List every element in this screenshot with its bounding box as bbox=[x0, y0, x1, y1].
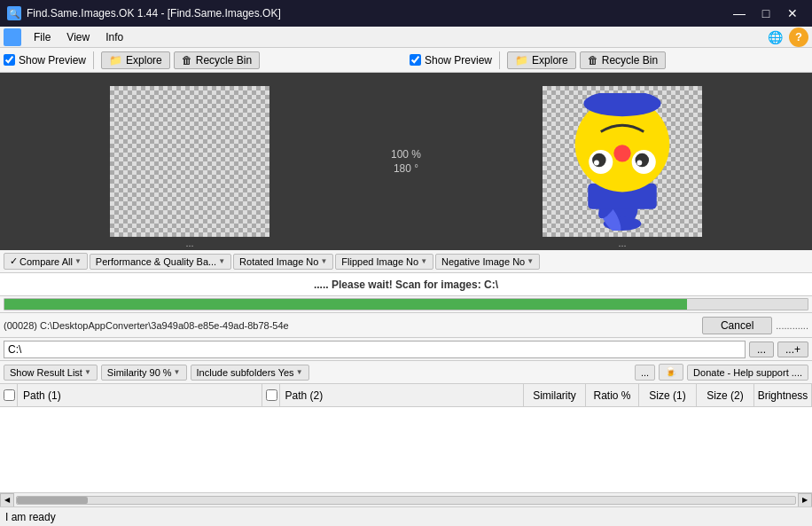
compare-all-check: ✓ bbox=[10, 255, 18, 267]
right-image-container bbox=[543, 86, 702, 237]
toolbar-row: Show Preview 📁 Explore 🗑 Recycle Bin Sho… bbox=[0, 48, 812, 73]
show-preview-right-check[interactable]: Show Preview bbox=[410, 54, 492, 67]
show-result-list-dropdown[interactable]: Show Result List ▼ bbox=[4, 365, 98, 381]
recycle-left-button[interactable]: 🗑 Recycle Bin bbox=[174, 51, 260, 69]
negative-arrow: ▼ bbox=[527, 257, 534, 265]
performance-quality-dropdown[interactable]: Performance & Quality Ba... ▼ bbox=[90, 254, 231, 270]
scroll-left-arrow[interactable]: ◀ bbox=[0, 493, 14, 507]
preview-area: ... 100 % 180 ° bbox=[0, 73, 812, 250]
rotated-image-dropdown[interactable]: Rotated Image No ▼ bbox=[233, 254, 333, 270]
title-bar-text: Find.Same.Images.OK 1.44 - [Find.Same.Im… bbox=[27, 7, 281, 20]
similarity-dropdown[interactable]: Similarity 90 % ▼ bbox=[101, 365, 187, 381]
table-header: Path (1) Path (2) Similarity Ratio % Siz… bbox=[0, 384, 812, 407]
include-subfolders-dropdown[interactable]: Include subfolders Yes ▼ bbox=[191, 365, 309, 381]
compare-all-dropdown[interactable]: ✓ Compare All ▼ bbox=[4, 253, 88, 270]
th-size1: Size (1) bbox=[639, 384, 697, 406]
show-preview-right-checkbox[interactable] bbox=[410, 54, 421, 66]
th-path2: Path (2) bbox=[280, 384, 525, 406]
donate-button[interactable]: Donate - Help support .... bbox=[687, 365, 808, 381]
path-browse-button[interactable]: ... bbox=[749, 342, 774, 357]
show-preview-left-checkbox[interactable] bbox=[4, 54, 15, 66]
th-checkbox-1 bbox=[0, 384, 18, 406]
left-preview-panel: ... bbox=[0, 73, 379, 250]
subfolders-arrow: ▼ bbox=[296, 368, 303, 376]
negative-image-dropdown[interactable]: Negative Image No ▼ bbox=[435, 254, 540, 270]
close-button[interactable]: ✕ bbox=[780, 4, 805, 23]
th-path1: Path (1) bbox=[18, 384, 262, 406]
folder-icon: 📁 bbox=[109, 54, 122, 67]
show-preview-left-label: Show Preview bbox=[19, 54, 86, 67]
main-container: Show Preview 📁 Explore 🗑 Recycle Bin Sho… bbox=[0, 48, 812, 526]
toolbar-divider-1 bbox=[93, 51, 94, 69]
menu-info[interactable]: Info bbox=[98, 29, 130, 45]
help-icon-btn[interactable]: ? bbox=[789, 27, 808, 47]
zoom-label: 100 % bbox=[391, 148, 421, 161]
cancel-row: (00028) C:\DesktopAppConverter\3a949a08-… bbox=[0, 313, 812, 338]
title-bar-controls: — □ ✕ bbox=[727, 4, 805, 23]
recycle-icon-left: 🗑 bbox=[182, 54, 192, 67]
h-scroll-track bbox=[16, 496, 796, 505]
scroll-row: ◀ ▶ bbox=[0, 492, 812, 506]
progress-row bbox=[0, 296, 812, 313]
h-scrollbar[interactable] bbox=[14, 493, 798, 507]
menu-bar-left: File View Info bbox=[4, 28, 130, 46]
ready-status: I am ready bbox=[5, 511, 56, 523]
rotated-arrow: ▼ bbox=[320, 257, 327, 265]
toolbar-divider-2 bbox=[499, 51, 500, 69]
path-input[interactable] bbox=[4, 341, 746, 358]
rotation-label: 180 ° bbox=[394, 162, 418, 175]
th-brightness: Brightness bbox=[754, 384, 812, 406]
status-message: ..... Please wait! Scan for images: C:\ bbox=[0, 273, 812, 296]
th-similarity: Similarity bbox=[524, 384, 586, 406]
menu-file[interactable]: File bbox=[27, 29, 58, 45]
checkerboard-left bbox=[110, 86, 269, 237]
right-preview-dots: ... bbox=[618, 238, 626, 248]
minimize-button[interactable]: — bbox=[727, 4, 752, 23]
th-size2: Size (2) bbox=[697, 384, 754, 406]
cancel-path-text: (00028) C:\DesktopAppConverter\3a949a08-… bbox=[4, 320, 699, 331]
options-row: ✓ Compare All ▼ Performance & Quality Ba… bbox=[0, 250, 812, 273]
toolbar-left: Show Preview 📁 Explore 🗑 Recycle Bin bbox=[4, 51, 402, 69]
flipped-arrow: ▼ bbox=[420, 257, 427, 265]
maximize-button[interactable]: □ bbox=[753, 4, 778, 23]
show-preview-right-label: Show Preview bbox=[425, 54, 492, 67]
recycle-right-button[interactable]: 🗑 Recycle Bin bbox=[580, 51, 666, 69]
table-area: Path (1) Path (2) Similarity Ratio % Siz… bbox=[0, 384, 812, 492]
globe-icon-btn[interactable]: 🌐 bbox=[764, 27, 785, 47]
cancel-dots: ............ bbox=[776, 320, 808, 331]
progress-bar-inner bbox=[4, 299, 687, 310]
status-bottom: I am ready bbox=[0, 506, 812, 526]
menu-bar-right: 🌐 ? bbox=[764, 27, 808, 47]
toolbar-right: Show Preview 📁 Explore 🗑 Recycle Bin bbox=[410, 51, 808, 69]
title-bar-left: 🔍 Find.Same.Images.OK 1.44 - [Find.Same.… bbox=[7, 6, 281, 20]
preview-divider: 100 % 180 ° bbox=[379, 73, 433, 250]
explore-left-button[interactable]: 📁 Explore bbox=[101, 51, 170, 69]
header-checkbox-1[interactable] bbox=[4, 389, 15, 401]
left-preview-dots: ... bbox=[185, 238, 193, 248]
flipped-image-dropdown[interactable]: Flipped Image No ▼ bbox=[335, 254, 433, 270]
menu-bar: File View Info 🌐 ? bbox=[0, 27, 812, 48]
donate-icon-btn[interactable]: 🍺 bbox=[659, 364, 683, 381]
cancel-button[interactable]: Cancel bbox=[702, 317, 772, 334]
th-ratio: Ratio % bbox=[586, 384, 639, 406]
table-body bbox=[0, 407, 812, 492]
show-result-arrow: ▼ bbox=[84, 368, 91, 376]
h-scroll-thumb[interactable] bbox=[17, 497, 88, 504]
app-icon: 🔍 bbox=[7, 6, 21, 20]
right-preview-panel: ... bbox=[433, 73, 812, 250]
menu-view[interactable]: View bbox=[59, 29, 97, 45]
left-image-container bbox=[110, 86, 269, 237]
performance-arrow: ▼ bbox=[218, 257, 225, 265]
app-menu-icon bbox=[4, 28, 21, 46]
title-bar: 🔍 Find.Same.Images.OK 1.44 - [Find.Same.… bbox=[0, 0, 812, 27]
extra-options-1[interactable]: ... bbox=[635, 365, 655, 381]
progress-bar-outer bbox=[4, 298, 808, 310]
svg-point-28 bbox=[583, 93, 660, 116]
path-add-button[interactable]: ...+ bbox=[777, 342, 808, 357]
folder-icon-right: 📁 bbox=[515, 54, 528, 67]
header-checkbox-2[interactable] bbox=[266, 389, 277, 401]
compare-all-arrow: ▼ bbox=[74, 257, 82, 265]
scroll-right-arrow[interactable]: ▶ bbox=[798, 493, 812, 507]
explore-right-button[interactable]: 📁 Explore bbox=[507, 51, 576, 69]
show-preview-left-check[interactable]: Show Preview bbox=[4, 54, 86, 67]
